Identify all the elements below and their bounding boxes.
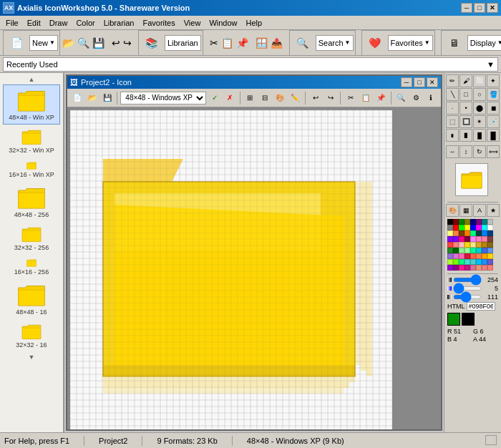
size4-btn[interactable]: █ xyxy=(487,129,500,142)
s-slider[interactable] xyxy=(453,286,482,291)
palette-color-40[interactable] xyxy=(447,248,453,253)
palette-color-15[interactable] xyxy=(487,225,493,230)
palette-color-11[interactable] xyxy=(464,225,470,230)
palette-color-12[interactable] xyxy=(470,225,476,230)
doc-open-btn[interactable]: 📂 xyxy=(85,91,99,105)
doc-new-btn[interactable]: 📄 xyxy=(70,91,84,105)
menu-color[interactable]: Color xyxy=(72,17,99,29)
palette-color-0[interactable] xyxy=(447,219,453,225)
palette-color-7[interactable] xyxy=(487,219,493,225)
doc-grid2-btn[interactable]: ⊟ xyxy=(258,91,272,105)
dot3-tool[interactable]: ⬤ xyxy=(473,102,486,115)
mirror-tool[interactable]: ⟺ xyxy=(487,145,500,158)
icon-list-item-0[interactable]: 48×48 - Win XP xyxy=(3,84,60,125)
menu-edit[interactable]: Edit xyxy=(23,17,45,29)
menu-librarian[interactable]: Librarian xyxy=(99,17,139,29)
palette-color-57[interactable] xyxy=(453,259,459,265)
favorites-dropdown[interactable]: Favorites ▼ xyxy=(388,35,433,51)
favorites-icon-btn[interactable]: ❤️ xyxy=(364,32,386,54)
maximize-button[interactable]: □ xyxy=(474,3,485,13)
palette-color-25[interactable] xyxy=(453,236,459,242)
doc-palette-btn[interactable]: 🎨 xyxy=(273,91,287,105)
palette-color-16[interactable] xyxy=(447,230,453,236)
menu-draw[interactable]: Draw xyxy=(45,17,72,29)
menu-file[interactable]: File xyxy=(1,17,23,29)
palette-color-32[interactable] xyxy=(447,242,453,248)
fg-color-swatch[interactable] xyxy=(447,313,460,326)
icon-list-item-4[interactable]: 32×32 - 256 xyxy=(3,222,60,255)
line-tool[interactable]: ╲ xyxy=(446,88,459,101)
new-dropdown[interactable]: New ▼ xyxy=(29,35,58,51)
menu-favorites[interactable]: Favorites xyxy=(138,17,179,29)
palette-color-2[interactable] xyxy=(459,219,464,225)
palette-color-29[interactable] xyxy=(476,236,482,242)
browse-button[interactable]: 🔍 xyxy=(77,32,90,54)
flip-v-tool[interactable]: ↕ xyxy=(459,145,472,158)
palette-color-65[interactable] xyxy=(453,265,459,271)
palette-color-27[interactable] xyxy=(464,236,470,242)
size3-btn[interactable]: █ xyxy=(473,129,486,142)
fill-tool[interactable]: 🪣 xyxy=(487,88,500,101)
menu-window[interactable]: Window xyxy=(205,17,241,29)
palette-color-50[interactable] xyxy=(459,253,464,259)
scroll-down[interactable]: ▼ xyxy=(3,354,60,361)
palette-color-8[interactable] xyxy=(447,225,453,230)
search-dropdown[interactable]: Search ▼ xyxy=(316,35,354,51)
select-tool[interactable]: ⬚ xyxy=(446,115,459,128)
icon-list-item-7[interactable]: 32×32 - 16 xyxy=(3,319,60,352)
palette-color-26[interactable] xyxy=(459,236,464,242)
palette-color-62[interactable] xyxy=(482,259,487,265)
palette-color-68[interactable] xyxy=(470,265,476,271)
bg-color-swatch[interactable] xyxy=(462,313,475,326)
canvas-scroll[interactable] xyxy=(67,107,441,429)
icon-list-item-3[interactable]: 48×48 - 256 xyxy=(3,182,60,222)
doc-info-btn[interactable]: ℹ xyxy=(424,91,438,105)
text-tool[interactable]: A xyxy=(473,204,486,217)
palette-color-4[interactable] xyxy=(470,219,476,225)
flip-h-tool[interactable]: ↔ xyxy=(446,145,459,158)
doc-zoom-btn[interactable]: 🔍 xyxy=(394,91,408,105)
undo-button[interactable]: ↩ xyxy=(111,32,121,54)
palette-color-24[interactable] xyxy=(447,236,453,242)
palette-color-36[interactable] xyxy=(470,242,476,248)
palette-color-35[interactable] xyxy=(464,242,470,248)
doc-cancel-btn[interactable]: ✗ xyxy=(223,91,236,105)
palette-color-64[interactable] xyxy=(447,265,453,271)
new-button[interactable]: 📄 xyxy=(5,32,28,54)
palette-color-61[interactable] xyxy=(476,259,482,265)
doc-grid-btn[interactable]: ⊞ xyxy=(243,91,257,105)
palette-color-56[interactable] xyxy=(447,259,453,265)
palette-color-54[interactable] xyxy=(482,253,487,259)
doc-maximize[interactable]: □ xyxy=(414,77,425,87)
palette-color-21[interactable] xyxy=(476,230,482,236)
icon-list-item-2[interactable]: 16×16 - Win XP xyxy=(3,157,60,182)
doc-minimize[interactable]: ─ xyxy=(401,77,412,87)
pixel-canvas[interactable] xyxy=(70,110,392,429)
icon-list-item-5[interactable]: 16×16 - 256 xyxy=(3,255,60,279)
export-button[interactable]: 📤 xyxy=(270,32,283,54)
palette-color-43[interactable] xyxy=(464,248,470,253)
doc-close[interactable]: ✕ xyxy=(427,77,438,87)
pencil-tool[interactable]: ✏ xyxy=(446,74,459,87)
palette-color-9[interactable] xyxy=(453,225,459,230)
palette-color-10[interactable] xyxy=(459,225,464,230)
palette-color-51[interactable] xyxy=(464,253,470,259)
palette-color-58[interactable] xyxy=(459,259,464,265)
palette-color-45[interactable] xyxy=(476,248,482,253)
magic-wand-tool[interactable]: ✴ xyxy=(473,115,486,128)
palette-color-44[interactable] xyxy=(470,248,476,253)
b-slider[interactable] xyxy=(453,295,482,299)
display-dropdown[interactable]: Display ▼ xyxy=(467,35,501,51)
palette-color-6[interactable] xyxy=(482,219,487,225)
copy-button[interactable]: 📋 xyxy=(220,32,234,54)
palette-color-52[interactable] xyxy=(470,253,476,259)
save-button[interactable]: 💾 xyxy=(92,32,105,54)
palette-color-70[interactable] xyxy=(482,265,487,271)
doc-redo-btn[interactable]: ↪ xyxy=(324,91,337,105)
eraser-tool[interactable]: ⬜ xyxy=(473,74,486,87)
color-pick-tool[interactable]: 🎨 xyxy=(446,204,459,217)
menu-view[interactable]: View xyxy=(180,17,205,29)
palette-color-41[interactable] xyxy=(453,248,459,253)
palette-color-37[interactable] xyxy=(476,242,482,248)
palette-color-28[interactable] xyxy=(470,236,476,242)
